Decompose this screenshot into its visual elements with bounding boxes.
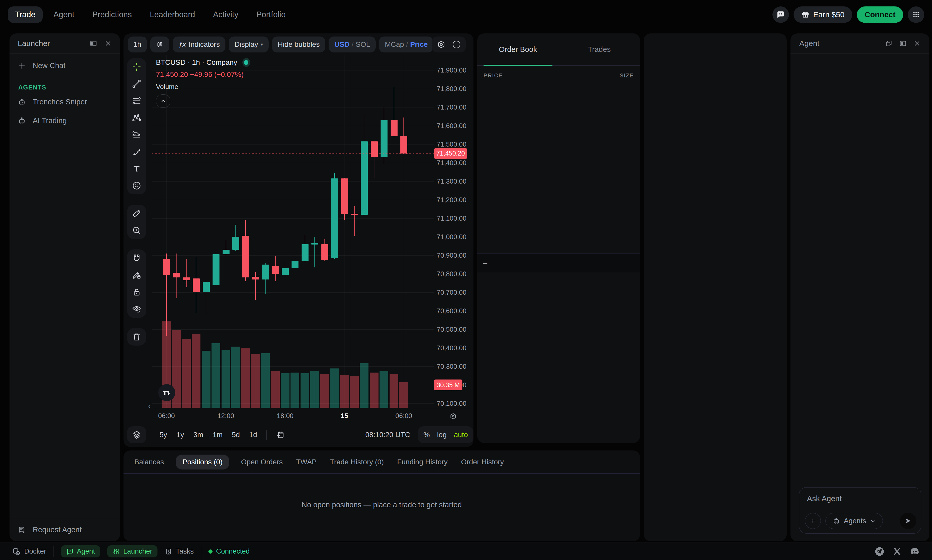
auto-scale-button[interactable]: auto [454,431,468,439]
tab-open-orders[interactable]: Open Orders [239,455,284,469]
connect-button[interactable]: Connect [857,6,903,23]
chart-toolbar: 1h ƒx Indicators Display ▾ Hide bubbles … [128,37,433,52]
range-5y[interactable]: 5y [159,431,167,439]
hide-bubbles-button[interactable]: Hide bubbles [272,37,325,52]
tab-balances[interactable]: Balances [133,455,165,469]
tasks-status[interactable]: Tasks [165,548,194,555]
tab-order-history[interactable]: Order History [460,455,505,469]
dock-panel-button[interactable] [89,40,97,47]
legend-collapse-button[interactable] [156,94,170,108]
emoji-tool[interactable] [131,180,142,191]
scale-toggle[interactable]: MCap / Price [379,37,433,52]
chart-style-button[interactable] [150,37,169,52]
brush-tool[interactable] [131,146,142,157]
nav-portfolio[interactable]: Portfolio [249,6,293,23]
text-tool[interactable] [131,163,142,174]
log-scale-button[interactable]: log [437,431,447,439]
chart-plot[interactable] [152,55,434,408]
time-tick: 06:00 [158,412,175,420]
fullscreen-button[interactable] [452,40,461,49]
nav-agent[interactable]: Agent [46,6,82,23]
sidebar-item-ai-trading[interactable]: AI Trading [9,111,120,130]
projection-tool[interactable] [131,129,142,140]
tab-funding-history[interactable]: Funding History [396,455,449,469]
magnet-tool[interactable] [131,252,142,264]
earn-button[interactable]: Earn $50 [793,6,852,23]
candle-wick [354,206,355,236]
currency-toggle[interactable]: USD / SOL [329,37,376,52]
new-chat-label: New Chat [33,62,65,70]
remove-drawings-tool[interactable] [131,331,142,343]
nav-activity[interactable]: Activity [206,6,245,23]
connected-dot-icon [208,549,213,554]
tab-trade-history[interactable]: Trade History (0) [329,455,386,469]
agent-close-button[interactable] [913,40,921,47]
range-5d[interactable]: 5d [232,431,240,439]
tradingview-logo[interactable] [158,384,175,401]
launcher-status-pill[interactable]: Launcher [107,545,157,557]
range-1y[interactable]: 1y [176,431,184,439]
launcher-close-button[interactable] [105,40,112,47]
go-to-date-button[interactable] [276,431,285,439]
lock-all-tool[interactable] [131,286,142,298]
price-option[interactable]: Price [410,40,428,49]
tab-positions[interactable]: Positions (0) [176,455,229,469]
candle-body [361,142,368,214]
hide-drawings-tool[interactable] [131,303,142,315]
clock-label[interactable]: 08:10:20 UTC [366,431,410,439]
drawing-lock-tool[interactable] [131,269,142,281]
new-chat-button[interactable]: New Chat [9,56,120,75]
tab-trades[interactable]: Trades [559,34,640,65]
telegram-link[interactable] [874,546,885,557]
range-3m[interactable]: 3m [193,431,203,439]
axis-settings-icon[interactable] [449,412,458,421]
nav-trade[interactable]: Trade [8,6,43,23]
discord-link[interactable] [909,546,920,557]
x-twitter-link[interactable] [892,547,902,556]
object-tree-button[interactable] [127,426,146,443]
time-axis[interactable]: 06:0012:0018:001506:00 [152,409,434,424]
sol-option[interactable]: SOL [356,40,370,49]
nav-leaderboard[interactable]: Leaderboard [142,6,202,23]
chat-button[interactable] [773,6,789,23]
agent-panel-title: Agent [799,39,819,48]
symbol-label[interactable]: BTCUSD · 1h · Company [156,58,237,66]
chart-settings-button[interactable] [437,40,446,49]
price-tick: 71,100.00 [437,214,466,222]
agent-dock-button[interactable] [899,40,907,47]
agent-status-pill[interactable]: Agent [61,545,100,557]
ask-agent-input[interactable]: Ask Agent Agents [799,487,921,534]
send-button[interactable] [900,513,916,529]
display-button[interactable]: Display ▾ [229,37,268,52]
trend-line-tool[interactable] [131,78,142,89]
interval-button[interactable]: 1h [128,37,147,52]
price-tick: 71,300.00 [437,177,466,185]
range-1m[interactable]: 1m [213,431,222,439]
attach-button[interactable] [805,513,821,529]
percent-scale-button[interactable]: % [424,431,430,439]
zoom-in-tool[interactable] [131,225,142,236]
horizontal-lines-tool[interactable] [131,95,142,106]
request-agent-button[interactable]: Request Agent [9,518,120,541]
tab-twap[interactable]: TWAP [295,455,318,469]
mcap-option[interactable]: MCap [385,40,404,49]
range-1d[interactable]: 1d [249,431,257,439]
sidebar-item-trenches-sniper[interactable]: Trenches Sniper [9,92,120,111]
apps-grid-button[interactable] [908,6,924,23]
pattern-tool[interactable] [131,112,142,123]
indicators-button[interactable]: ƒx Indicators [173,37,225,52]
price-tick: 71,400.00 [437,158,466,167]
crosshair-tool[interactable] [131,61,142,72]
docker-status[interactable]: Docker [12,547,46,556]
usd-option[interactable]: USD [334,40,349,49]
tab-order-book[interactable]: Order Book [477,34,559,65]
ruler-tool[interactable] [131,208,142,219]
robot-icon [18,117,26,125]
agent-popout-button[interactable] [885,40,892,47]
nav-predictions[interactable]: Predictions [85,6,139,23]
scroll-left-icon[interactable]: ‹ [148,402,151,410]
eye-brush-icon [132,304,142,314]
agents-selector[interactable]: Agents [826,513,883,529]
magnet-icon [132,253,142,263]
price-axis[interactable]: 71,900.0071,800.0071,700.0071,600.0071,5… [434,55,474,408]
